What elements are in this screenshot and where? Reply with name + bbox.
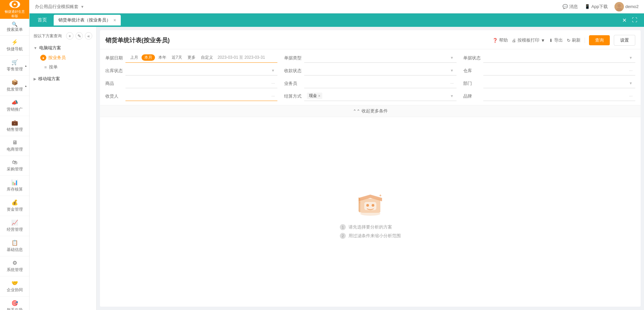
svg-point-8 xyxy=(372,204,374,207)
date-last-month-btn[interactable]: 上月 xyxy=(128,54,140,61)
receipt-status-control[interactable]: ▼ xyxy=(304,66,456,75)
collapse-left-panel-btn[interactable]: « xyxy=(85,32,92,40)
date-this-year-btn[interactable]: 本年 xyxy=(156,54,168,61)
department-control[interactable]: ▼ xyxy=(483,79,635,88)
tab-active[interactable]: 销货单统计表（按业务员） × xyxy=(54,15,121,25)
query-btn[interactable]: 查询 xyxy=(589,35,610,45)
out-status-label: 出库状态 xyxy=(105,68,125,74)
help-icon: ❓ xyxy=(492,38,498,43)
date-quick-btns: 上月 本月 本年 近7天 更多 自定义 xyxy=(128,54,215,61)
payment-control[interactable]: 现金 × ▼ xyxy=(304,92,456,101)
app-download-btn[interactable]: 📱 App下载 xyxy=(585,4,608,10)
filter-row-2: 出库状态 ▼ 收款状态 ▼ 仓库 ··· xyxy=(105,66,635,75)
print-btn[interactable]: 🖨 按模板打印 ▼ xyxy=(512,37,545,43)
date-control: 上月 本月 本年 近7天 更多 自定义 2023-03-01 至 2023-03… xyxy=(125,53,277,63)
consignee-label: 收货人 xyxy=(105,93,125,99)
goods-control[interactable]: ··· xyxy=(125,79,277,88)
settings-btn[interactable]: 设置 xyxy=(614,35,635,46)
main-area: 办公用品行业模拟账套 ▼ 💬 消息 📱 App下载 de xyxy=(30,0,644,310)
sidebar-logo: 畅捷通好生意 标版 xyxy=(0,0,29,19)
search-menu-item[interactable]: 🔍 搜索菜单 xyxy=(0,19,29,36)
warehouse-more-icon: ··· xyxy=(629,68,633,73)
salesperson-control[interactable]: ··· xyxy=(304,79,456,88)
warehouse-control[interactable]: ··· xyxy=(483,66,635,75)
filter-row-4: 收货人 ··· 结算方式 现金 × ▼ xyxy=(105,92,635,101)
app-name: 畅捷通好生意 xyxy=(5,9,25,14)
out-status-dropdown-icon: ▼ xyxy=(271,68,275,72)
tree-desktop-parent[interactable]: ▼ 电脑端方案 xyxy=(30,43,96,53)
sidebar-item-purchase[interactable]: 🛍 采购管理 xyxy=(0,156,29,176)
empty-hint-1: 1 请先选择要分析的方案 xyxy=(340,224,401,230)
print-dropdown-icon: ▼ xyxy=(541,38,545,43)
user-menu[interactable]: demo2 xyxy=(614,2,639,11)
left-panel-header: 按以下方案查询 + ✎ « xyxy=(30,30,96,43)
page-title: 销货单统计表(按业务员) xyxy=(105,36,170,44)
export-btn[interactable]: ⬇ 导出 xyxy=(549,37,563,43)
topbar-right: 💬 消息 📱 App下载 demo2 xyxy=(562,2,639,11)
help-btn[interactable]: ❓ 帮助 xyxy=(492,37,508,43)
collapse-bar[interactable]: ⌃⌃ 收起更多条件 xyxy=(100,105,641,117)
page-header-actions: ❓ 帮助 🖨 按模板打印 ▼ ⬇ 导出 ↻ 刷新 xyxy=(492,35,635,46)
tree-expand-icon: ▼ xyxy=(34,46,37,50)
tree-item-by-salesperson[interactable]: ● 按业务员 xyxy=(30,53,96,62)
refresh-btn[interactable]: ↻ 刷新 xyxy=(567,37,581,43)
sidebar-item-finance[interactable]: 💰 资金管理 xyxy=(0,196,29,216)
sidebar: 畅捷通好生意 标版 🔍 搜索菜单 ⚡ 快捷导航 🛒 零售管理 📦 批发管理 📣 … xyxy=(0,0,30,310)
date-range-display: 2023-03-01 至 2023-03-31 xyxy=(218,55,265,60)
date-more-btn[interactable]: 更多 xyxy=(185,54,198,61)
doc-type-control[interactable]: ▼ xyxy=(304,53,456,63)
tab-close-window-btn[interactable]: ✕ xyxy=(621,16,628,25)
tree-mobile-parent[interactable]: ▶ 移动端方案 xyxy=(30,74,96,84)
brand-more-icon: ··· xyxy=(629,94,633,98)
mobile-section-label: 移动端方案 xyxy=(38,76,60,82)
tab-close-btn[interactable]: × xyxy=(113,17,116,23)
sidebar-item-tutorial[interactable]: 🎯 新手引导 xyxy=(0,297,29,310)
edit-scheme-btn[interactable]: ✎ xyxy=(75,32,83,40)
sidebar-item-enterprise[interactable]: 🤝 企业协同 xyxy=(0,276,29,297)
sidebar-item-inventory[interactable]: 📊 库存核算 xyxy=(0,176,29,196)
brand-control[interactable]: ··· xyxy=(483,92,635,101)
tab-home[interactable]: 首页 xyxy=(32,13,52,27)
topbar-title: 办公用品行业模拟账套 ▼ xyxy=(35,4,84,10)
consignee-control[interactable]: ··· xyxy=(125,92,277,101)
receipt-status-label: 收款状态 xyxy=(284,68,304,74)
date-custom-btn[interactable]: 自定义 xyxy=(199,54,215,61)
company-dropdown-icon[interactable]: ▼ xyxy=(80,5,84,9)
logo-icon xyxy=(9,1,20,8)
payment-tag-label: 现金 xyxy=(309,93,317,99)
sidebar-item-retail[interactable]: 🛒 零售管理 xyxy=(0,56,29,76)
svg-point-2 xyxy=(618,4,621,7)
collapse-label: 收起更多条件 xyxy=(362,108,388,114)
date-this-month-btn[interactable]: 本月 xyxy=(142,54,155,61)
message-icon: 💬 xyxy=(562,4,568,9)
doc-status-control[interactable]: ▼ xyxy=(483,53,635,63)
hint-num-2: 2 xyxy=(340,233,346,239)
sidebar-nav-quicknav[interactable]: ⚡ 快捷导航 xyxy=(0,36,29,56)
sidebar-item-wholesale[interactable]: 📦 批发管理 xyxy=(0,76,29,96)
sidebar-item-sales[interactable]: 💼 销售管理 xyxy=(0,116,29,136)
out-status-control[interactable]: ▼ xyxy=(125,66,277,75)
sidebar-item-ecommerce[interactable]: 🖥 电商管理 xyxy=(0,136,29,156)
payment-tag-close-btn[interactable]: × xyxy=(318,94,320,98)
mobile-scheme-section: ▶ 移动端方案 xyxy=(30,74,96,86)
add-scheme-btn[interactable]: + xyxy=(66,32,73,40)
tree-mobile-arrow-icon: ▶ xyxy=(34,77,36,81)
messages-btn[interactable]: 💬 消息 xyxy=(562,4,578,10)
receipt-status-dropdown-icon: ▼ xyxy=(450,68,454,72)
sidebar-item-basic-info[interactable]: 📋 基础信息 xyxy=(0,236,29,256)
salesperson-more-icon: ··· xyxy=(450,81,454,86)
header-divider xyxy=(585,38,585,43)
filter-row-1: 单据日期 上月 本月 本年 近7天 更多 自定义 2023-03-01 至 20… xyxy=(105,53,635,63)
topbar: 办公用品行业模拟账套 ▼ 💬 消息 📱 App下载 de xyxy=(30,0,644,13)
date-last7-btn[interactable]: 近7天 xyxy=(170,54,184,61)
empty-text: 1 请先选择要分析的方案 2 用过滤条件来缩小分析范围 xyxy=(340,224,401,239)
tab-maximize-btn[interactable]: ⛶ xyxy=(631,16,639,25)
empty-illustration: ✦ ✦ xyxy=(354,185,387,219)
empty-hint-2: 2 用过滤条件来缩小分析范围 xyxy=(340,233,401,239)
tree-item-by-order[interactable]: ≡ 按单 xyxy=(30,62,96,72)
doc-type-label: 单据类型 xyxy=(284,55,304,61)
sidebar-item-marketing[interactable]: 📣 营销推广 xyxy=(0,96,29,116)
sidebar-item-operations[interactable]: 📈 经营管理 xyxy=(0,216,29,236)
left-panel-title: 按以下方案查询 xyxy=(34,33,62,39)
sidebar-item-system[interactable]: ⚙ 系统管理 xyxy=(0,256,29,276)
